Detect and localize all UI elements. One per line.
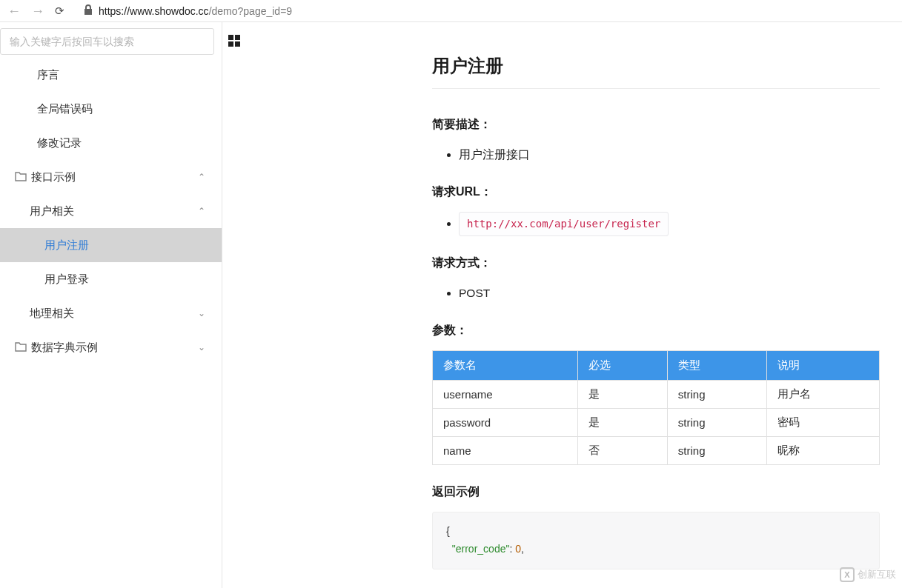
address-bar[interactable]: https://www.showdoc.cc/demo?page_id=9 [75,4,895,17]
sidebar-item-changelog[interactable]: 修改记录 [0,126,222,160]
watermark: X 创新互联 [840,567,896,582]
grid-menu-icon[interactable] [228,35,240,47]
browser-toolbar: ← → ⟳ https://www.showdoc.cc/demo?page_i… [0,0,902,22]
sidebar-folder-api-examples[interactable]: 接口示例 ⌃ [0,160,222,194]
folder-icon [15,341,27,354]
table-row: name 否 string 昵称 [433,436,880,464]
forward-button[interactable]: → [31,4,44,18]
section-return: 返回示例 [432,484,880,500]
back-button[interactable]: ← [7,4,21,18]
th-desc: 说明 [767,350,880,380]
watermark-logo-icon: X [840,567,855,582]
th-name: 参数名 [433,350,578,380]
sidebar-folder-datadict[interactable]: 数据字典示例 ⌄ [0,330,222,364]
lock-icon [84,4,93,17]
params-table: 参数名 必选 类型 说明 username 是 string 用户名 passw… [432,350,880,465]
section-url: 请求URL： [432,184,880,200]
sidebar-item-errorcodes[interactable]: 全局错误码 [0,92,222,126]
sidebar-item-preface[interactable]: 序言 [0,58,222,92]
sidebar: 序言 全局错误码 修改记录 接口示例 ⌃ 用户相关 ⌃ 用户注册 用户登录 地理… [0,22,222,588]
brief-text: 用户注册接口 [459,144,880,165]
url-text: https://www.showdoc.cc/demo?page_id=9 [99,5,292,17]
chevron-down-icon: ⌄ [198,308,205,318]
reload-button[interactable]: ⟳ [55,4,64,18]
th-type: 类型 [667,350,767,380]
sidebar-leaf-register[interactable]: 用户注册 [0,228,222,262]
request-url-item: http://xx.com/api/user/register [459,212,880,236]
chevron-down-icon: ⌄ [198,342,205,353]
sidebar-leaf-login[interactable]: 用户登录 [0,262,222,296]
th-required: 必选 [578,350,668,380]
main-content: 用户注册 简要描述： 用户注册接口 请求URL： http://xx.com/a… [222,22,902,588]
section-params: 参数： [432,323,880,338]
table-header-row: 参数名 必选 类型 说明 [433,350,880,380]
page-title: 用户注册 [432,54,880,89]
chevron-up-icon: ⌃ [198,172,205,182]
chevron-up-icon: ⌃ [198,206,205,216]
request-url: http://xx.com/api/user/register [459,212,669,236]
method-value: POST [459,283,880,304]
table-row: username 是 string 用户名 [433,380,880,408]
folder-icon [15,171,27,184]
sidebar-sub-user[interactable]: 用户相关 ⌃ [0,194,222,228]
response-codeblock: { "error_code": 0, [432,512,880,569]
table-row: password 是 string 密码 [433,408,880,436]
section-method: 请求方式： [432,255,880,271]
sidebar-sub-geo[interactable]: 地理相关 ⌄ [0,296,222,330]
search-input[interactable] [0,28,214,55]
section-brief: 简要描述： [432,117,880,133]
